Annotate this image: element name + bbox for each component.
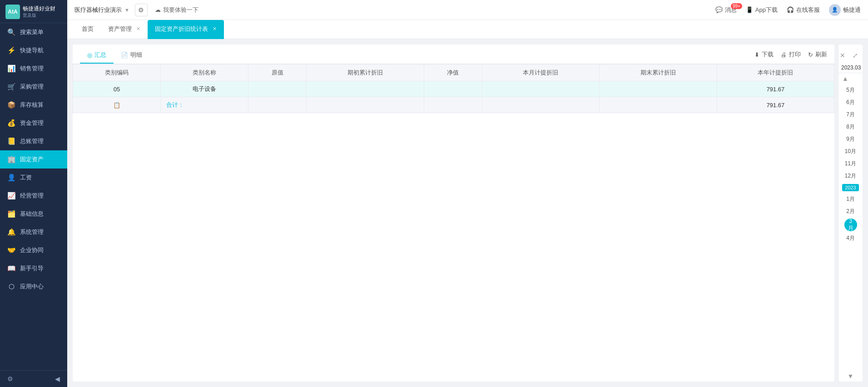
- total-label: 合计：: [161, 97, 248, 113]
- sidebar-item-label: 固定资产: [20, 155, 44, 164]
- month-item[interactable]: 10月: [838, 145, 863, 158]
- total-net: [424, 97, 482, 113]
- total-monthly: [482, 97, 599, 113]
- sidebar-item-search[interactable]: 🔍搜索菜单: [0, 23, 67, 41]
- cloud-icon: ☁: [155, 6, 161, 13]
- col-period-end: 期末累计折旧: [600, 64, 717, 81]
- print-icon: 🖨: [781, 51, 787, 58]
- table-header-row: 类别编码 类别名称 原值 期初累计折旧 净值 本月计提折旧 期末累计折旧 本年计…: [73, 64, 834, 81]
- close-panel-icon[interactable]: ✕: [838, 50, 847, 61]
- month-item[interactable]: 9月: [838, 133, 863, 145]
- sidebar-item-operations[interactable]: 📈经营管理: [0, 187, 67, 205]
- month-item-active[interactable]: 3月: [844, 218, 857, 231]
- topbar-settings-button[interactable]: ⚙: [135, 4, 148, 16]
- col-monthly: 本月计提折旧: [482, 64, 599, 81]
- experience-button[interactable]: ☁ 我要体验一下: [155, 6, 198, 14]
- settings-icon[interactable]: ⚙: [7, 375, 13, 382]
- table-row: 05 电子设备 791.67: [73, 81, 834, 97]
- finance-icon: 💰: [7, 119, 15, 127]
- sidebar-item-purchase[interactable]: 🛒采购管理: [0, 78, 67, 96]
- messages-button[interactable]: 💬 消息 99+: [715, 6, 737, 14]
- sidebar-item-finance[interactable]: 💰资金管理: [0, 114, 67, 132]
- sidebar-item-enterprise[interactable]: 🤝企业协同: [0, 241, 67, 259]
- fixed-assets-icon: 🏢: [7, 155, 15, 164]
- print-button[interactable]: 🖨 打印: [781, 50, 801, 59]
- download-button[interactable]: ⬇ 下载: [754, 50, 774, 59]
- tab-close-asset[interactable]: ✕: [136, 26, 140, 32]
- table-total-row: 📋 合计： 791.67: [73, 97, 834, 113]
- dropdown-arrow-icon: ▼: [124, 7, 129, 13]
- tab-close-depreciation[interactable]: ✕: [213, 26, 217, 32]
- sidebar-item-system[interactable]: 🔔系统管理: [0, 223, 67, 241]
- base-info-icon: 🗂️: [7, 210, 15, 218]
- month-item[interactable]: 7月: [838, 109, 863, 121]
- logo-sub: 普及版: [23, 12, 55, 19]
- user-menu-button[interactable]: 👤 畅捷通: [829, 4, 861, 16]
- col-net-value: 净值: [424, 64, 482, 81]
- sidebar-item-label: 基础信息: [20, 210, 44, 218]
- mobile-icon: 📱: [746, 6, 753, 13]
- prev-arrow-icon[interactable]: ▲: [840, 73, 850, 84]
- sidebar-item-label: 新手引导: [20, 264, 44, 273]
- month-item[interactable]: 8月: [838, 121, 863, 133]
- purchase-icon: 🛒: [7, 83, 15, 91]
- sidebar-item-label: 库存核算: [20, 101, 44, 109]
- sidebar-item-fixed-assets[interactable]: 🏢固定资产: [0, 150, 67, 169]
- collapse-icon[interactable]: ◀: [55, 375, 60, 382]
- month-item[interactable]: 2月: [838, 205, 863, 218]
- cell-name: 电子设备: [161, 81, 248, 97]
- sidebar-item-label: 搜索菜单: [20, 28, 44, 36]
- sidebar-item-label: 资金管理: [20, 119, 44, 127]
- refresh-button[interactable]: ↻ 刷新: [808, 50, 827, 59]
- month-item[interactable]: 5月: [838, 84, 863, 96]
- cell-period-end: [600, 81, 717, 97]
- tab-home[interactable]: 首页: [74, 20, 101, 39]
- main-content: 医疗器械行业演示 ▼ ⚙ ☁ 我要体验一下 💬 消息 99+ 📱 App下载 🎧…: [67, 0, 868, 387]
- app-download-button[interactable]: 📱 App下载: [746, 6, 778, 14]
- col-original: 原值: [248, 64, 307, 81]
- customer-service-button[interactable]: 🎧 在线客服: [787, 6, 820, 14]
- company-selector[interactable]: 医疗器械行业演示 ▼: [74, 6, 129, 14]
- next-arrow-icon[interactable]: ▼: [846, 371, 856, 382]
- sub-tab-detail[interactable]: 📄 明细: [114, 48, 149, 64]
- logo-text: 畅捷通好业财: [23, 5, 55, 13]
- download-icon: ⬇: [754, 51, 759, 58]
- sidebar-item-label: 工资: [20, 174, 32, 182]
- sidebar-item-base-info[interactable]: 🗂️基础信息: [0, 205, 67, 223]
- month-item[interactable]: 12月: [838, 170, 863, 182]
- payroll-icon: 👤: [7, 174, 15, 182]
- content-area: ◎ 汇总 📄 明细 ⬇ 下载 🖨 打印: [67, 39, 868, 387]
- summary-icon: ◎: [87, 52, 92, 59]
- tab-depreciation-report[interactable]: 固定资产折旧统计表 ✕: [148, 20, 224, 39]
- sidebar-item-sales[interactable]: 📊销售管理: [0, 60, 67, 78]
- month-item[interactable]: 11月: [838, 158, 863, 170]
- operations-icon: 📈: [7, 192, 15, 200]
- cell-code: 05: [73, 81, 161, 97]
- sub-tab-summary[interactable]: ◎ 汇总: [80, 48, 114, 64]
- total-period-end: [600, 97, 717, 113]
- guide-icon: 📖: [7, 264, 15, 273]
- month-item[interactable]: 6月: [838, 96, 863, 109]
- month-item[interactable]: 4月: [838, 232, 863, 244]
- total-original: [248, 97, 307, 113]
- total-annual: 791.67: [717, 97, 834, 113]
- sidebar-item-label: 经营管理: [20, 192, 44, 200]
- sidebar-menu: 🔍搜索菜单⚡快捷导航📊销售管理🛒采购管理📦库存核算💰资金管理📒总账管理🏢固定资产…: [0, 23, 67, 370]
- expand-panel-icon[interactable]: ⤢: [851, 50, 860, 61]
- tab-asset-management[interactable]: 资产管理 ✕: [101, 20, 148, 39]
- avatar: 👤: [829, 4, 841, 16]
- month-list: 5月6月7月8月9月10月11月12月20231月2月3月4月: [838, 84, 863, 371]
- sidebar-item-payroll[interactable]: 👤工资: [0, 169, 67, 187]
- sidebar-item-inventory[interactable]: 📦库存核算: [0, 96, 67, 114]
- sidebar-item-guide[interactable]: 📖新手引导: [0, 259, 67, 278]
- sidebar-item-apps[interactable]: ⬡应用中心: [0, 278, 67, 296]
- sidebar-item-ledger[interactable]: 📒总账管理: [0, 132, 67, 150]
- col-name: 类别名称: [161, 64, 248, 81]
- refresh-icon: ↻: [808, 51, 813, 58]
- user-icon: 👤: [832, 7, 838, 13]
- month-item[interactable]: 1月: [838, 193, 863, 205]
- sidebar-item-quick-nav[interactable]: ⚡快捷导航: [0, 41, 67, 60]
- col-initial-accumulated: 期初累计折旧: [307, 64, 424, 81]
- enterprise-icon: 🤝: [7, 246, 15, 254]
- sidebar-bottom: ⚙ ◀: [0, 370, 67, 387]
